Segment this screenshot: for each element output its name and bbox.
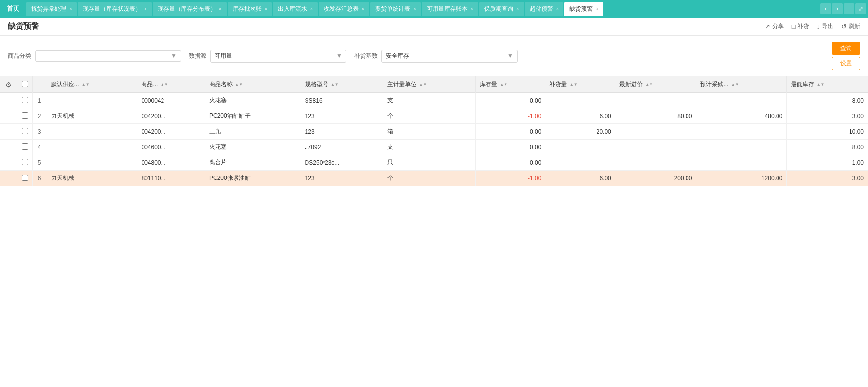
col-spec[interactable]: 规格型号 ▲▼: [301, 76, 383, 93]
row-supplier: [47, 140, 137, 155]
tab-inventory-dist[interactable]: 现存量（库存分布表）×: [153, 2, 227, 16]
col-stock-qty[interactable]: 库存量 ▲▼: [475, 76, 545, 93]
row-checkbox[interactable]: [22, 97, 28, 103]
tab-close-icon[interactable]: ×: [516, 6, 519, 12]
tab-recv-summary[interactable]: 收发存汇总表×: [319, 2, 369, 16]
row-supplier: [47, 155, 137, 171]
datasource-label: 数据源: [189, 52, 206, 60]
table-header-row: ⚙ 默认供应... ▲▼ 商品... ▲▼ 商品名称: [0, 76, 868, 93]
tab-label: 拣货异常处理: [31, 5, 66, 13]
datasource-select[interactable]: 可用量 ▼: [210, 50, 346, 63]
refresh-button[interactable]: ↺ 刷新: [841, 22, 860, 31]
row-min-stock: 10.00: [787, 124, 868, 140]
share-button[interactable]: ↗ 分享: [765, 22, 784, 31]
row-product-name: 火花塞: [205, 140, 301, 155]
tab-available-ledger[interactable]: 可用量库存账本×: [422, 2, 478, 16]
export-button[interactable]: ↓ 导出: [817, 22, 834, 31]
tab-shortage-warn[interactable]: 缺货预警×: [564, 2, 603, 16]
tab-label: 要货单统计表: [375, 5, 410, 13]
row-stock-qty: 0.00: [475, 155, 545, 171]
col-checkbox: [18, 76, 32, 93]
replenish-button[interactable]: □ 补货: [792, 22, 809, 31]
row-checkbox[interactable]: [22, 143, 28, 150]
refresh-icon: ↺: [841, 23, 847, 30]
select-all-checkbox[interactable]: [22, 81, 28, 87]
query-button[interactable]: 查询: [832, 42, 860, 55]
tab-inventory-status[interactable]: 现存量（库存状况表）×: [78, 2, 152, 16]
tab-close-icon[interactable]: ×: [265, 6, 268, 12]
supplier-sort-icon: ▲▼: [82, 82, 90, 87]
row-number: 3: [32, 124, 47, 140]
tab-label: 收发存汇总表: [324, 5, 359, 13]
row-checkbox-cell: [18, 124, 32, 140]
tab-expiry-query[interactable]: 保质期查询×: [479, 2, 524, 16]
tab-minimize-button[interactable]: —: [844, 3, 854, 14]
tab-next-button[interactable]: ›: [832, 3, 843, 14]
column-settings-button[interactable]: ⚙: [5, 81, 12, 88]
row-latest-price: [615, 93, 696, 108]
col-est-purchase[interactable]: 预计采购... ▲▼: [696, 76, 787, 93]
tab-prev-button[interactable]: ‹: [820, 3, 831, 14]
replenish-base-label: 补货基数: [354, 52, 378, 60]
min-stock-sort-icon: ▲▼: [817, 82, 825, 87]
export-icon: ↓: [817, 23, 820, 30]
share-icon: ↗: [765, 23, 770, 30]
page-header: 缺货预警 ↗ 分享 □ 补货 ↓ 导出 ↺ 刷新: [0, 18, 868, 36]
tab-batch-account[interactable]: 库存批次账×: [228, 2, 272, 16]
replenish-base-dropdown-icon: ▼: [507, 53, 513, 59]
tab-inout-flow[interactable]: 出入库流水×: [273, 2, 318, 16]
row-spec: 123: [301, 124, 383, 140]
tab-req-stats[interactable]: 要货单统计表×: [370, 2, 421, 16]
tab-fullscreen-button[interactable]: ⤢: [855, 3, 866, 14]
tab-close-icon[interactable]: ×: [596, 6, 598, 12]
tab-label: 出入库流水: [278, 5, 307, 13]
row-product-name: 三九: [205, 124, 301, 140]
row-replenish-qty: [545, 140, 615, 155]
col-default-supplier[interactable]: 默认供应... ▲▼: [47, 76, 137, 93]
row-checkbox[interactable]: [22, 175, 28, 181]
latest-price-sort-icon: ▲▼: [645, 82, 653, 87]
row-number: 5: [32, 155, 47, 171]
row-product-code: 004600...: [137, 140, 205, 155]
category-select[interactable]: ▼: [35, 50, 181, 62]
row-latest-price: [615, 140, 696, 155]
col-product-name[interactable]: 商品名称 ▲▼: [205, 76, 301, 93]
row-checkbox-cell: [18, 155, 32, 171]
row-est-purchase: [696, 140, 787, 155]
row-number: 6: [32, 171, 47, 186]
row-latest-price: [615, 155, 696, 171]
row-checkbox[interactable]: [22, 128, 28, 134]
row-gear-cell: [0, 108, 18, 124]
row-number: 4: [32, 140, 47, 155]
row-checkbox[interactable]: [22, 159, 28, 165]
tab-close-icon[interactable]: ×: [413, 6, 416, 12]
row-checkbox[interactable]: [22, 112, 28, 119]
stock-sort-icon: ▲▼: [500, 82, 507, 87]
row-replenish-qty: [545, 155, 615, 171]
replenish-base-select[interactable]: 安全库存 ▼: [381, 50, 518, 63]
tab-close-icon[interactable]: ×: [470, 6, 473, 12]
col-unit[interactable]: 主计量单位 ▲▼: [383, 76, 476, 93]
row-est-purchase: [696, 124, 787, 140]
row-checkbox-cell: [18, 108, 32, 124]
tab-close-icon[interactable]: ×: [310, 6, 313, 12]
tab-overstock-warn[interactable]: 超储预警×: [525, 2, 564, 16]
row-product-code: 004800...: [137, 155, 205, 171]
replenish-icon: □: [792, 23, 796, 30]
tab-label: 超储预警: [530, 5, 553, 13]
col-min-stock[interactable]: 最低库存 ▲▼: [787, 76, 868, 93]
col-latest-price[interactable]: 最新进价 ▲▼: [615, 76, 696, 93]
tab-close-icon[interactable]: ×: [362, 6, 364, 12]
tab-abnormal[interactable]: 拣货异常处理×: [26, 2, 77, 16]
tab-close-icon[interactable]: ×: [219, 6, 222, 12]
tab-close-icon[interactable]: ×: [69, 6, 72, 12]
settings-button[interactable]: 设置: [832, 57, 860, 70]
tab-home[interactable]: 首页: [2, 2, 24, 16]
col-product-code[interactable]: 商品... ▲▼: [137, 76, 205, 93]
header-actions: ↗ 分享 □ 补货 ↓ 导出 ↺ 刷新: [765, 22, 860, 31]
tab-close-icon[interactable]: ×: [144, 6, 147, 12]
tab-close-icon[interactable]: ×: [556, 6, 559, 12]
row-supplier: [47, 124, 137, 140]
row-est-purchase: 1200.00: [696, 171, 787, 186]
col-replenish-qty[interactable]: 补货量 ▲▼: [545, 76, 615, 93]
